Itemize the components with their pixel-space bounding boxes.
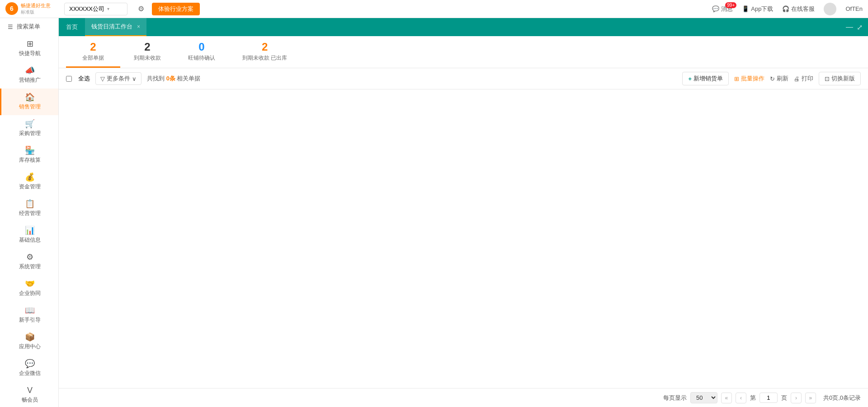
sidebar-sales-label: 销售管理 [19,103,41,111]
system-icon: ⚙ [26,253,33,261]
sidebar: ☰ 搜索菜单 ⊞ 快捷导航 📣 营销推广 🏠 销售管理 🛒 采购管理 🏪 库存核… [0,18,59,407]
content-body [59,89,868,388]
stat-num-shipped: 2 [262,41,268,53]
app-download-button[interactable]: 📱 App下载 [742,5,773,13]
sidebar-item-member[interactable]: V 畅会员 [0,382,58,407]
first-page-button[interactable]: « [721,393,732,403]
stats-tabs: 2 全部单据 2 到期未收款 0 旺铺待确认 2 到期未收款 已出库 [59,36,868,68]
stat-num-all: 2 [90,41,96,53]
avatar[interactable] [824,3,836,15]
new-sale-label: 新增销货单 [693,75,723,83]
tab-home[interactable]: 首页 [59,18,85,36]
top-bar-right: 💬 消息 99+ 📱 App下载 🎧 在线客服 OfTEn [712,3,863,15]
sidebar-basic-info-label: 基础信息 [19,236,41,244]
page-size-label: 每页显示 [663,394,687,402]
sales-icon: 🏠 [25,93,35,101]
stat-tab-shipped[interactable]: 2 到期未收款 已出库 [229,36,301,68]
print-button[interactable]: 🖨 打印 [794,75,813,83]
sidebar-item-basic-info[interactable]: 📊 基础信息 [0,222,58,248]
sidebar-item-marketing[interactable]: 📣 营销推广 [0,62,58,89]
settings-button[interactable]: ⚙ [135,3,147,15]
sidebar-item-system[interactable]: ⚙ 系统管理 [0,248,58,275]
switch-label: 切换新版 [831,75,855,83]
pagination-bar: 每页显示 50 100 200 « ‹ 第 页 › » 共0页,0条记录 [59,388,868,407]
content-area: 首页 钱货日清工作台 × — ⤢ 2 全部单据 2 到期未收款 [59,18,868,407]
stat-label-shipped: 到期未收款 已出库 [242,54,287,62]
sidebar-system-label: 系统管理 [19,263,41,271]
app-download-label: App下载 [751,5,773,13]
tab-minimize-button[interactable]: — [846,23,853,31]
tab-close-icon[interactable]: × [137,23,140,30]
sidebar-item-search[interactable]: ☰ 搜索菜单 [0,18,58,35]
sidebar-finance-label: 资金管理 [19,183,41,191]
filter-chevron-icon: ∨ [132,75,137,82]
stat-tab-all[interactable]: 2 全部单据 [66,36,120,68]
trial-button[interactable]: 体验行业方案 [152,3,200,15]
sidebar-item-operations[interactable]: 📋 经营管理 [0,195,58,222]
switch-new-version-button[interactable]: ⊡ 切换新版 [819,72,861,85]
online-service-button[interactable]: 🎧 在线客服 [782,5,815,13]
sidebar-search-label: 搜索菜单 [17,23,40,31]
last-page-button[interactable]: » [805,393,816,403]
sidebar-inventory-label: 库存核算 [19,156,41,164]
basic-info-icon: 📊 [25,226,35,234]
top-bar: 6 畅捷通好生意 标准版 XXXXXX公司 ▾ ⚙ 体验行业方案 💬 消息 99… [0,0,868,18]
prev-page-button[interactable]: ‹ [736,393,746,403]
sidebar-member-label: 畅会员 [22,396,38,404]
page-number-input[interactable] [760,393,778,403]
logo-text: 畅捷通好生意 [21,2,51,9]
stat-tab-overdue[interactable]: 2 到期未收款 [120,36,175,68]
sidebar-item-inventory[interactable]: 🏪 库存核算 [0,142,58,168]
guide-icon: 📖 [25,306,35,314]
home-tab-label: 首页 [66,23,78,31]
page-label-suffix: 页 [781,394,787,402]
total-info: 共0页,0条记录 [823,394,861,402]
logo-tag: 标准版 [21,9,51,15]
new-sale-button[interactable]: + 新增销货单 [682,72,729,85]
refresh-button[interactable]: ↻ 刷新 [770,75,788,83]
message-icon: 💬 [712,5,719,12]
sidebar-app-center-label: 应用中心 [19,343,41,351]
company-selector[interactable]: XXXXXX公司 ▾ [64,3,127,15]
sidebar-wechat-label: 企业微信 [19,370,41,377]
sidebar-item-finance[interactable]: 💰 资金管理 [0,168,58,195]
filter-icon: ▽ [100,75,105,82]
sidebar-item-guide[interactable]: 📖 新手引导 [0,302,58,328]
found-prefix: 共找到 [147,75,165,82]
tab-maximize-button[interactable]: ⤢ [857,23,863,32]
stat-num-overdue: 2 [144,41,150,53]
sidebar-item-wechat[interactable]: 💬 企业微信 [0,355,58,382]
sidebar-purchase-label: 采购管理 [19,130,41,137]
message-badge: 99+ [725,2,736,8]
select-all-checkbox[interactable] [66,76,72,82]
switch-icon: ⊡ [825,75,830,82]
sidebar-item-sales[interactable]: 🏠 销售管理 [0,89,58,115]
print-label: 打印 [802,75,813,83]
sidebar-item-enterprise-collab[interactable]: 🤝 企业协同 [0,275,58,302]
quicknav-icon: ⊞ [27,40,33,48]
sidebar-item-quicknav[interactable]: ⊞ 快捷导航 [0,35,58,62]
operations-icon: 📋 [25,200,35,208]
next-page-button[interactable]: › [791,393,802,403]
page-label-prefix: 第 [750,394,756,402]
print-icon: 🖨 [794,75,800,82]
stat-tab-wangpu[interactable]: 0 旺铺待确认 [175,36,229,68]
chevron-down-icon: ▾ [107,6,109,11]
work-area: 2 全部单据 2 到期未收款 0 旺铺待确认 2 到期未收款 已出库 [59,36,868,407]
sidebar-enterprise-collab-label: 企业协同 [19,290,41,297]
main-layout: ☰ 搜索菜单 ⊞ 快捷导航 📣 营销推广 🏠 销售管理 🛒 采购管理 🏪 库存核… [0,18,868,407]
sidebar-item-app-center[interactable]: 📦 应用中心 [0,328,58,355]
batch-operation-button[interactable]: ⊞ 批量操作 [734,75,764,83]
filter-button[interactable]: ▽ 更多条件 ∨ [95,72,142,85]
sidebar-item-purchase[interactable]: 🛒 采购管理 [0,115,58,142]
top-bar-actions: ⚙ 体验行业方案 [135,3,200,15]
page-size-select[interactable]: 50 100 200 [690,392,717,403]
logo-icon: 6 [5,2,18,15]
stat-label-wangpu: 旺铺待确认 [188,54,215,62]
message-button[interactable]: 💬 消息 99+ [712,5,733,13]
inventory-icon: 🏪 [25,146,35,154]
tab-active[interactable]: 钱货日清工作台 × [85,18,146,36]
username[interactable]: OfTEn [845,5,863,12]
stat-label-overdue: 到期未收款 [134,54,161,62]
headset-icon: 🎧 [782,5,789,12]
